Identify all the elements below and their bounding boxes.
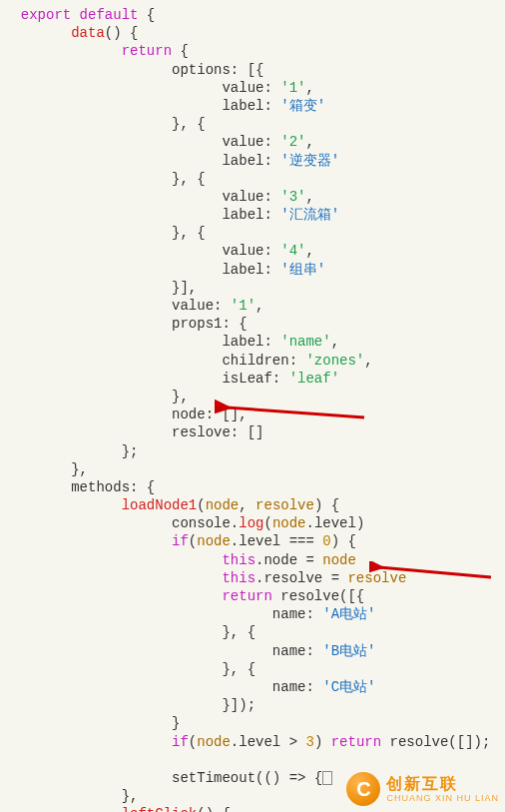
- code-line: value: '3',: [4, 188, 505, 206]
- watermark-logo-icon: C: [346, 772, 380, 806]
- code-line: },: [4, 460, 505, 478]
- watermark-logo-letter: C: [356, 776, 370, 802]
- code-line: options: [{: [4, 61, 505, 79]
- code-line: label: '汇流箱': [4, 206, 505, 224]
- code-line: methods: {: [4, 478, 505, 496]
- code-line: props1: {: [4, 315, 505, 333]
- watermark-cn-text: 创新互联: [386, 776, 499, 792]
- code-line: }],: [4, 279, 505, 297]
- code-line: }: [4, 714, 505, 732]
- code-line: label: 'name',: [4, 333, 505, 351]
- code-line: console.log(node.level): [4, 514, 505, 532]
- code-line: [4, 751, 505, 769]
- code-line: };: [4, 442, 505, 460]
- code-line: children: 'zones',: [4, 352, 505, 370]
- code-line: value: '2',: [4, 133, 505, 151]
- code-line: }]);: [4, 696, 505, 714]
- code-line: if(node.level === 0) {: [4, 532, 505, 550]
- code-line: isLeaf: 'leaf': [4, 370, 505, 388]
- code-line: label: '箱变': [4, 97, 505, 115]
- code-line: this.node = node: [4, 551, 505, 569]
- code-editor-view: export default { data() { return { optio…: [0, 0, 505, 812]
- code-line: if(node.level > 3) return resolve([]);: [4, 733, 505, 751]
- code-line: leftClick() {: [4, 805, 505, 812]
- code-line: reslove: []: [4, 423, 505, 441]
- code-line: }, {: [4, 170, 505, 188]
- code-line: value: '4',: [4, 242, 505, 260]
- code-line: node: [],: [4, 406, 505, 423]
- code-line: name: 'B电站': [4, 642, 505, 660]
- code-line: value: '1',: [4, 79, 505, 97]
- code-line: }, {: [4, 623, 505, 641]
- watermark: C 创新互联 CHUANG XIN HU LIAN: [346, 772, 499, 806]
- collapsed-fold-icon: [322, 771, 332, 785]
- code-line: value: '1',: [4, 297, 505, 315]
- code-line: },: [4, 388, 505, 406]
- code-line: }, {: [4, 224, 505, 242]
- code-line: name: 'C电站': [4, 678, 505, 696]
- code-line: return {: [4, 42, 505, 60]
- watermark-en-text: CHUANG XIN HU LIAN: [386, 794, 499, 803]
- code-line: this.resolve = resolve: [4, 569, 505, 587]
- code-line: loadNode1(node, resolve) {: [4, 496, 505, 514]
- code-line: export default {: [4, 6, 505, 24]
- code-line: label: '逆变器': [4, 152, 505, 170]
- code-line: name: 'A电站': [4, 605, 505, 623]
- code-line: }, {: [4, 115, 505, 133]
- code-line: label: '组串': [4, 261, 505, 279]
- code-line: }, {: [4, 660, 505, 678]
- code-line: data() {: [4, 24, 505, 42]
- code-line: return resolve([{: [4, 587, 505, 605]
